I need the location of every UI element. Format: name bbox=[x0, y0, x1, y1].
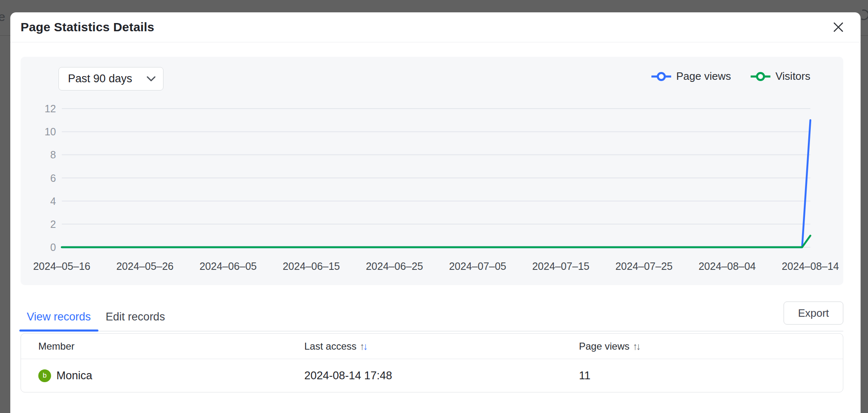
tab-view-records[interactable]: View records bbox=[19, 303, 98, 331]
column-header-page-views[interactable]: Page views↑↓ bbox=[579, 341, 843, 352]
page-views-cell: 11 bbox=[579, 369, 843, 382]
svg-text:2024–07–25: 2024–07–25 bbox=[615, 260, 672, 272]
svg-text:2024–07–15: 2024–07–15 bbox=[532, 260, 589, 272]
background-text-fragment: e bbox=[0, 10, 5, 24]
column-header-last-access[interactable]: Last access↑↓ bbox=[304, 341, 579, 352]
export-button[interactable]: Export bbox=[784, 302, 843, 325]
records-tab-bar: View records Edit records bbox=[19, 303, 843, 332]
svg-text:2024–07–05: 2024–07–05 bbox=[449, 260, 506, 272]
svg-text:6: 6 bbox=[50, 172, 56, 184]
visitors-marker-icon bbox=[751, 71, 770, 82]
legend-item-visitors[interactable]: Visitors bbox=[751, 70, 810, 83]
page-statistics-modal: Page Statistics Details 0246810122024–05… bbox=[10, 12, 861, 413]
tab-edit-records[interactable]: Edit records bbox=[98, 303, 173, 331]
svg-text:2024–05–26: 2024–05–26 bbox=[116, 260, 173, 272]
statistics-line-chart: 0246810122024–05–162024–05–262024–06–052… bbox=[21, 57, 843, 285]
sort-asc-arrow-icon[interactable]: ↑ bbox=[360, 341, 363, 352]
legend-item-page-views[interactable]: Page views bbox=[651, 70, 731, 83]
svg-text:2024–05–16: 2024–05–16 bbox=[33, 260, 90, 272]
page-views-marker-icon bbox=[651, 71, 671, 82]
records-table: MemberLast access↑↓Page views↑↓ bMonica2… bbox=[21, 333, 843, 392]
svg-text:10: 10 bbox=[44, 126, 56, 137]
sort-icon[interactable]: ↑↓ bbox=[633, 341, 639, 352]
svg-text:2024–06–15: 2024–06–15 bbox=[282, 260, 340, 272]
column-label: Member bbox=[38, 341, 75, 352]
modal-header: Page Statistics Details bbox=[10, 12, 861, 42]
member-cell: bMonica bbox=[21, 369, 304, 382]
date-range-value: Past 90 days bbox=[68, 72, 132, 85]
sort-desc-arrow-icon[interactable]: ↓ bbox=[363, 341, 366, 352]
column-header-member: Member bbox=[21, 341, 304, 352]
sort-icon[interactable]: ↑↓ bbox=[360, 341, 366, 352]
svg-text:8: 8 bbox=[50, 149, 56, 160]
chart-legend: Page views Visitors bbox=[651, 70, 810, 83]
svg-text:2024–08–14: 2024–08–14 bbox=[782, 260, 839, 272]
sort-desc-arrow-icon[interactable]: ↓ bbox=[636, 341, 639, 352]
column-label: Last access bbox=[304, 341, 357, 352]
column-label: Page views bbox=[579, 341, 630, 352]
svg-text:12: 12 bbox=[44, 103, 56, 114]
svg-text:2024–06–25: 2024–06–25 bbox=[366, 260, 423, 272]
table-header-row: MemberLast access↑↓Page views↑↓ bbox=[21, 334, 843, 359]
last-access-cell: 2024-08-14 17:48 bbox=[304, 369, 579, 382]
svg-text:4: 4 bbox=[50, 195, 56, 207]
date-range-dropdown[interactable]: Past 90 days bbox=[58, 67, 163, 90]
member-name: Monica bbox=[56, 369, 92, 382]
sort-asc-arrow-icon[interactable]: ↑ bbox=[633, 341, 636, 352]
background-help-icon-fragment bbox=[860, 7, 868, 21]
chevron-down-icon bbox=[147, 76, 156, 82]
modal-title: Page Statistics Details bbox=[21, 20, 154, 34]
table-row[interactable]: bMonica2024-08-14 17:4811 bbox=[21, 359, 843, 392]
close-button[interactable] bbox=[830, 19, 847, 35]
legend-label: Page views bbox=[676, 70, 731, 83]
svg-text:2024–08–04: 2024–08–04 bbox=[698, 260, 756, 272]
close-icon bbox=[832, 21, 845, 33]
svg-text:0: 0 bbox=[50, 241, 56, 253]
svg-text:2024–06–05: 2024–06–05 bbox=[199, 260, 257, 272]
avatar: b bbox=[38, 369, 51, 382]
chart-panel: 0246810122024–05–162024–05–262024–06–052… bbox=[21, 57, 843, 285]
legend-label: Visitors bbox=[775, 70, 810, 83]
svg-text:2: 2 bbox=[50, 218, 56, 230]
